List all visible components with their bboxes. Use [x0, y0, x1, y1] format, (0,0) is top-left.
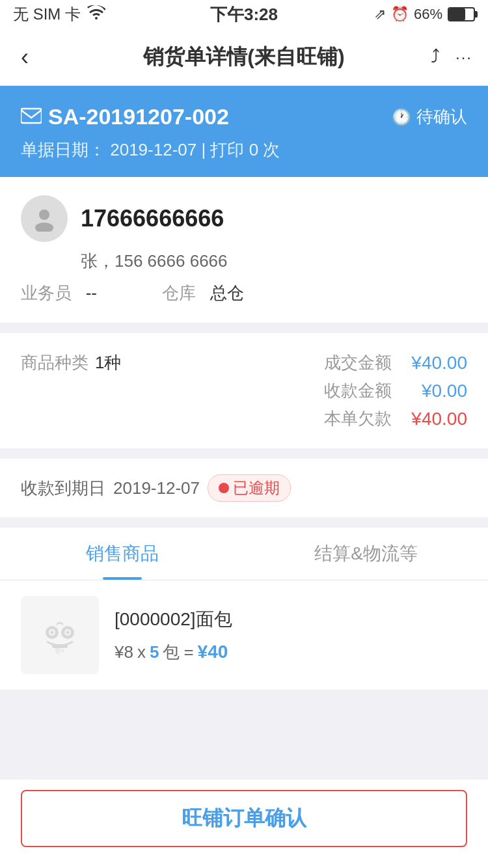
svg-point-2: [35, 223, 53, 232]
customer-row: 17666666666: [21, 195, 467, 242]
nav-bar: ‹ 销货单详情(来自旺铺) ⤴ ···: [0, 29, 488, 86]
overdue-dot-icon: [219, 483, 229, 493]
status-clock-icon: 🕐: [392, 108, 411, 126]
due-section: 收款到期日 2019-12-07 已逾期: [0, 459, 488, 517]
svg-point-8: [66, 631, 70, 634]
status-bar-time: 下午3:28: [210, 3, 278, 26]
order-header-card: SA-20191207-002 🕐 待确认 单据日期： 2019-12-07 |…: [0, 86, 488, 177]
battery-percent: 66%: [414, 6, 442, 23]
more-button[interactable]: ···: [455, 48, 472, 66]
customer-meta: 业务员 -- 仓库 总仓: [21, 282, 467, 305]
product-thumbnail: 管+: [21, 596, 99, 674]
nav-actions: ⤴ ···: [431, 47, 472, 68]
tab-section: 销售商品 结算&物流等 管+ [0000002]面包: [0, 528, 488, 690]
location-icon: ⇗: [374, 6, 386, 23]
tab-sales-goods[interactable]: 销售商品: [0, 528, 244, 580]
svg-rect-0: [21, 109, 42, 123]
payment-amount-value: ¥0.00: [402, 381, 467, 401]
product-price-row: ¥8 x 5 包 = ¥40: [115, 641, 467, 664]
bottom-action-bar: 旺铺订单确认: [0, 780, 488, 868]
order-date-row: 单据日期： 2019-12-07 | 打印 0 次: [21, 139, 467, 161]
payment-amount-label: 收款金额: [314, 379, 392, 402]
product-name: [0000002]面包: [115, 607, 467, 632]
tab-settlement[interactable]: 结算&物流等: [244, 528, 488, 580]
deal-amount-row: 成交金额 ¥40.00: [314, 351, 467, 374]
salesman-label: 业务员: [21, 283, 72, 303]
product-item: 管+ [0000002]面包 ¥8 x 5 包 = ¥40: [0, 580, 488, 690]
avatar: [21, 195, 68, 242]
amounts: 成交金额 ¥40.00 收款金额 ¥0.00 本单欠款 ¥40.00: [314, 351, 467, 430]
order-status: 🕐 待确认: [392, 105, 467, 128]
unit-value: 包: [163, 641, 180, 664]
share-button[interactable]: ⤴: [431, 47, 440, 68]
owed-amount-row: 本单欠款 ¥40.00: [314, 407, 467, 430]
deal-amount-value: ¥40.00: [402, 353, 467, 373]
order-id-icon: [21, 104, 42, 129]
price-value: ¥8: [115, 642, 133, 662]
deal-amount-label: 成交金额: [314, 351, 392, 374]
svg-point-1: [39, 210, 49, 220]
overdue-text: 已逾期: [233, 478, 280, 498]
owed-amount-value: ¥40.00: [402, 409, 467, 429]
status-bar-right: ⇗ ⏰ 66%: [374, 6, 475, 23]
carrier-text: 无 SIM 卡: [13, 4, 81, 25]
status-bar: 无 SIM 卡 下午3:28 ⇗ ⏰ 66%: [0, 0, 488, 29]
multiply-sign: x: [137, 642, 146, 662]
wifi-icon: [87, 5, 105, 23]
owed-amount-label: 本单欠款: [314, 407, 392, 430]
page-title: 销货单详情(来自旺铺): [143, 43, 344, 72]
summary-section: 商品种类 1种 成交金额 ¥40.00 收款金额 ¥0.00 本单欠款 ¥40.…: [0, 333, 488, 448]
qty-value: 5: [150, 642, 159, 662]
summary-row: 商品种类 1种 成交金额 ¥40.00 收款金额 ¥0.00 本单欠款 ¥40.…: [21, 351, 467, 430]
payment-amount-row: 收款金额 ¥0.00: [314, 379, 467, 402]
battery-icon: [448, 7, 475, 21]
total-value: ¥40: [198, 642, 228, 662]
customer-name: 张，156 6666 6666: [81, 250, 467, 273]
warehouse-value: 总仓: [210, 283, 244, 303]
warehouse-label: 仓库: [162, 283, 196, 303]
due-date-label: 收款到期日: [21, 477, 105, 500]
overdue-badge: 已逾期: [208, 474, 291, 502]
back-button[interactable]: ‹: [16, 38, 34, 76]
salesman-value: --: [86, 283, 97, 303]
equals-sign: =: [183, 642, 193, 662]
order-id-row: SA-20191207-002 🕐 待确认: [21, 104, 467, 129]
product-type: 商品种类 1种: [21, 351, 121, 374]
customer-section: 17666666666 张，156 6666 6666 业务员 -- 仓库 总仓: [0, 177, 488, 323]
confirm-order-button[interactable]: 旺铺订单确认: [21, 790, 467, 847]
alarm-icon: ⏰: [391, 6, 409, 23]
svg-point-7: [51, 631, 54, 634]
product-info: [0000002]面包 ¥8 x 5 包 = ¥40: [115, 607, 467, 664]
customer-phone: 17666666666: [81, 205, 224, 232]
svg-text:管+: 管+: [55, 647, 65, 655]
status-text: 待确认: [416, 105, 467, 128]
due-date-value: 2019-12-07: [113, 478, 200, 498]
tab-bar: 销售商品 结算&物流等: [0, 528, 488, 580]
order-id: SA-20191207-002: [21, 104, 229, 129]
status-bar-left: 无 SIM 卡: [13, 4, 105, 25]
